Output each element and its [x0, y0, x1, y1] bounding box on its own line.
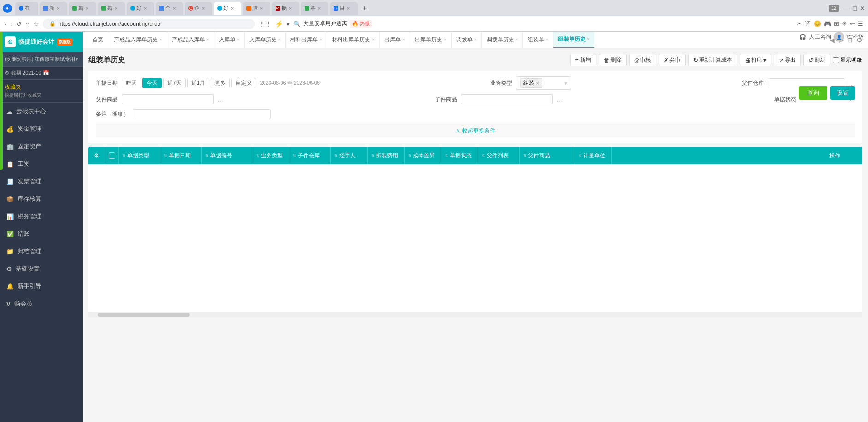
lightning-button[interactable]: ⚡	[275, 20, 283, 28]
minimize-button[interactable]: —	[844, 5, 850, 12]
sun-icon[interactable]: ☀	[842, 20, 847, 27]
sidebar-item-settings[interactable]: ⚙ 基础设置	[0, 260, 83, 277]
query-button[interactable]: 查询	[799, 86, 827, 100]
th-bill-date[interactable]: ⇅ 单据日期	[160, 147, 202, 164]
show-detail-checkbox[interactable]: 显示明细	[833, 56, 862, 64]
date-btn-more[interactable]: 更多	[211, 78, 230, 88]
browser-menu-icon[interactable]: ☰	[858, 20, 863, 27]
th-bill-number[interactable]: ⇅ 单据编号	[202, 147, 252, 164]
tab-close-icon[interactable]: ×	[202, 6, 205, 11]
checkbox-icon[interactable]	[109, 152, 115, 159]
child-goods-dots[interactable]: …	[557, 96, 563, 103]
add-button[interactable]: + 新增	[570, 54, 596, 66]
tab-close-icon[interactable]: ×	[86, 6, 88, 11]
browser-tab[interactable]: C 企 ×	[185, 2, 212, 15]
th-child-warehouse[interactable]: ⇅ 子件仓库	[289, 147, 331, 164]
tab-close-icon[interactable]: ×	[115, 6, 117, 11]
tab-close-icon[interactable]: ×	[260, 6, 263, 11]
collapse-bar[interactable]: ∧ 收起更多条件	[96, 124, 855, 138]
scissors-icon[interactable]: ✂	[797, 20, 802, 27]
scrollbar-thumb[interactable]	[98, 313, 190, 317]
show-detail-check[interactable]	[833, 57, 839, 63]
favorites-label[interactable]: 收藏夹	[5, 83, 78, 91]
tab-product-inbound-history[interactable]: 产成品入库单历史 ×	[109, 32, 167, 48]
sidebar-item-salary[interactable]: 📋 工资	[0, 155, 83, 173]
company-selector[interactable]: (勿删勿禁用) 江西服宝测试专用 ▾	[0, 52, 83, 67]
home-button[interactable]: ⌂	[25, 20, 29, 28]
username[interactable]: 徐泽华	[847, 33, 863, 41]
child-goods-input[interactable]	[461, 94, 553, 104]
game-icon[interactable]: 🎮	[824, 20, 831, 27]
date-btn-custom[interactable]: 自定义	[231, 78, 256, 88]
browser-apps-button[interactable]: ⋮⋮	[258, 20, 271, 28]
th-settings[interactable]: ⚙	[88, 147, 105, 164]
browser-tab[interactable]: M 畅 ×	[272, 2, 299, 15]
tab-close-icon[interactable]: ×	[372, 37, 375, 42]
maximize-button[interactable]: □	[853, 5, 857, 12]
th-bill-status[interactable]: ⇅ 单据状态	[441, 147, 478, 164]
sidebar-item-reports[interactable]: ☁ 云报表中心	[0, 103, 83, 120]
tab-inbound[interactable]: 入库单 ×	[214, 32, 244, 48]
tab-transfer[interactable]: 调拨单 ×	[451, 32, 481, 48]
th-parent-goods[interactable]: ⇅ 父件商品	[520, 147, 575, 164]
tab-assembly[interactable]: 组装单 ×	[522, 32, 553, 48]
refresh-page-button[interactable]: ↺ 刷新	[803, 54, 830, 66]
browser-tab[interactable]: S 目 ×	[330, 2, 358, 15]
sidebar-item-tax[interactable]: 📊 税务管理	[0, 208, 83, 225]
sidebar-item-closing[interactable]: ✅ 结账	[0, 225, 83, 243]
print-button[interactable]: 🖨 打印 ▾	[740, 54, 771, 66]
back-button[interactable]: ‹	[5, 20, 7, 28]
tab-close-icon[interactable]: ×	[402, 37, 405, 42]
tab-close-icon[interactable]: ×	[347, 6, 350, 11]
refresh-button[interactable]: ↺	[16, 20, 22, 28]
tab-close-icon[interactable]: ×	[516, 37, 518, 42]
period-area[interactable]: ⚙ 账期 2021-10 📅	[0, 67, 83, 80]
tab-close-icon[interactable]: ×	[206, 37, 209, 42]
th-business-type[interactable]: ⇅ 业务类型	[252, 147, 289, 164]
sidebar-item-member[interactable]: V 畅会员	[0, 295, 83, 312]
review-button[interactable]: ◎ 审核	[629, 54, 656, 66]
date-btn-7days[interactable]: 近7天	[163, 78, 186, 88]
close-button[interactable]: ✕	[860, 5, 865, 12]
tab-material-outbound[interactable]: 材料出库单 ×	[285, 32, 327, 48]
tab-close-icon[interactable]: ×	[318, 6, 321, 11]
date-btn-yesterday[interactable]: 昨天	[122, 78, 141, 88]
tab-close-icon[interactable]: ×	[237, 37, 240, 42]
tab-close-icon[interactable]: ×	[444, 37, 446, 42]
search-bar[interactable]: 🔍 大量安卓用户逃离 🔥 热搜	[293, 20, 793, 28]
tab-material-outbound-history[interactable]: 材料出库单历史 ×	[327, 32, 379, 48]
sidebar-item-invoice[interactable]: 🧾 发票管理	[0, 173, 83, 190]
browser-tab[interactable]: 腾 ×	[243, 2, 270, 15]
th-parent-list[interactable]: ⇅ 父件列表	[478, 147, 520, 164]
business-type-input[interactable]: 组装 × ▾	[516, 76, 571, 90]
emoji-icon[interactable]: 😊	[814, 20, 821, 27]
browser-tab[interactable]: 个 ×	[156, 2, 183, 15]
delete-button[interactable]: 🗑 删除	[599, 54, 627, 66]
parent-goods-dots[interactable]: …	[217, 96, 224, 103]
tab-close-icon[interactable]: ×	[231, 6, 234, 11]
setting-button[interactable]: 设置	[830, 86, 855, 100]
tab-close-icon[interactable]: ×	[144, 6, 147, 11]
th-handler[interactable]: ⇅ 经手人	[331, 147, 368, 164]
browser-tab[interactable]: 易 ×	[98, 2, 125, 15]
tag-close-icon[interactable]: ×	[536, 80, 539, 87]
tab-product-inbound[interactable]: 产成品入库单 ×	[167, 32, 214, 48]
browser-tab[interactable]: 好 ×	[214, 2, 241, 15]
sidebar-item-assets[interactable]: 🏢 固定资产	[0, 138, 83, 155]
export-button[interactable]: ↗ 导出	[774, 54, 801, 66]
browser-tab[interactable]: 好 ×	[127, 2, 154, 15]
tab-inbound-history[interactable]: 入库单历史 ×	[244, 32, 286, 48]
bookmark-button[interactable]: ☆	[33, 20, 39, 28]
browser-tab[interactable]: 各 ×	[301, 2, 328, 15]
date-btn-today[interactable]: 今天	[142, 78, 162, 88]
browser-tab[interactable]: 在	[15, 2, 38, 15]
tab-home[interactable]: 首页	[87, 32, 109, 48]
tab-close-icon[interactable]: ×	[57, 6, 59, 11]
remarks-input[interactable]	[133, 109, 271, 119]
translate-icon[interactable]: 译	[805, 20, 811, 28]
tab-assembly-history[interactable]: 组装单历史 ×	[553, 32, 594, 48]
browser-tab[interactable]: 新 ×	[40, 2, 67, 15]
tab-close-icon[interactable]: ×	[545, 37, 548, 42]
tab-close-icon[interactable]: ×	[278, 37, 281, 42]
tab-outbound[interactable]: 出库单 ×	[379, 32, 410, 48]
